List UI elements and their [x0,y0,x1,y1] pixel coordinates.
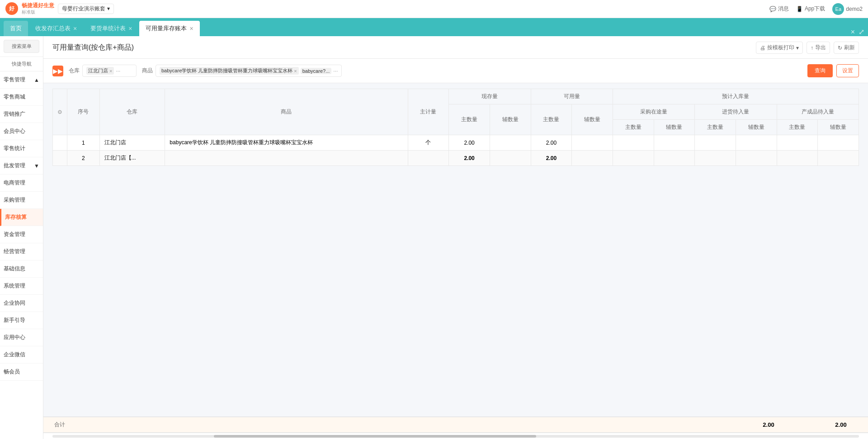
th-produce-in-main: 主数量 [777,120,818,135]
th-produce-in-aux: 辅数量 [818,120,859,135]
sidebar-item-marketing[interactable]: 营销推广 [0,106,43,123]
th-purchase-in-aux: 辅数量 [654,120,695,135]
page-header: 可用量查询(按仓库+商品) 🖨 按模板打印 ▾ ↑ 导出 ↻ 刷新 [43,36,868,59]
message-btn[interactable]: 💬 消息 [769,5,789,13]
retail-stats-label: 零售统计 [4,145,25,152]
cell-avail-main-2: 2.00 [531,151,572,166]
th-current-stock-group: 现存量 [449,89,531,104]
settings-btn[interactable]: 设置 [836,64,859,77]
scrollbar-track [52,435,859,438]
inventory-check-label: 库存核算 [5,213,27,221]
order-stats-label: 要货单统计表 [90,24,126,33]
industry-select[interactable]: 母婴行业演示账套 ▾ [58,4,114,14]
operation-mgmt-label: 经营管理 [4,248,25,255]
close-all-btn[interactable]: × [851,28,855,36]
sidebar-item-system-mgmt[interactable]: 系统管理 [0,278,43,295]
cell-current-aux-2 [490,151,531,166]
app-download-btn[interactable]: 📱 App下载 [796,5,825,13]
sidebar-item-base-info[interactable]: 基础信息 [0,260,43,278]
settings-icon[interactable]: ⚙ [57,109,62,115]
tab-home[interactable]: 首页 [4,21,28,36]
sidebar-item-retail-stats[interactable]: 零售统计 [0,140,43,157]
logo-icon: 好 [5,2,18,15]
tab-receipt-summary[interactable]: 收发存汇总表 × [29,21,83,36]
print-chevron-icon: ▾ [796,45,799,51]
chevron-down-icon: ▾ [107,5,110,12]
retail-mall-label: 零售商城 [4,93,25,101]
th-settings[interactable]: ⚙ [53,89,67,135]
sidebar-item-ecommerce-mgmt[interactable]: 电商管理 [0,175,43,192]
brand-sub: 标准版 [22,9,54,15]
cell-row-num-2: 2 [67,151,100,166]
expand-btn[interactable]: ⤢ [859,28,864,36]
sidebar-item-member[interactable]: 畅会员 [0,363,43,381]
warehouse-input[interactable]: 江北门店 × ··· [82,65,137,77]
tab-order-stats[interactable]: 要货单统计表 × [84,21,138,36]
sidebar-item-enterprise-wechat[interactable]: 企业微信 [0,346,43,363]
cell-purchase-in-aux-1 [654,135,695,151]
cell-produce-in-aux-2 [818,151,859,166]
main-layout: 搜索菜单 快捷导航 零售管理 ▲ 零售商城 营销推广 会员中心 零售统计 批发管… [0,36,868,439]
receipt-summary-label: 收发存汇总表 [35,24,71,33]
tab-close-available[interactable]: × [189,25,193,32]
base-info-label: 基础信息 [4,265,25,273]
product-input[interactable]: babycare学饮杯 儿童防摔防撞吸管杯重力球吸嘴杯宝宝水杯 × babyca… [156,65,342,77]
avatar: Ea [832,3,844,15]
tab-close-order[interactable]: × [128,25,132,32]
sidebar-item-retail-mgmt[interactable]: 零售管理 ▲ [0,71,43,89]
th-avail-main: 主数量 [531,104,572,135]
warehouse-tag-remove[interactable]: × [109,68,112,74]
warehouse-tag: 江北门店 × [86,67,114,75]
sidebar-item-enterprise-collab[interactable]: 企业协同 [0,295,43,312]
system-mgmt-label: 系统管理 [4,282,25,290]
cell-unit-1: 个 [408,135,449,151]
header-actions: 🖨 按模板打印 ▾ ↑ 导出 ↻ 刷新 [756,42,859,54]
enterprise-wechat-label: 企业微信 [4,351,25,359]
product-value1: babycare学饮杯 儿童防摔防撞吸管杯重力球吸嘴杯宝宝水杯 [161,67,292,74]
product-tag2: babycare?... [301,68,332,74]
th-warehouse: 仓库 [99,89,165,135]
sidebar-item-app-center[interactable]: 应用中心 [0,329,43,346]
th-goods-in-group: 进货待入量 [695,104,777,120]
content-area: 可用量查询(按仓库+商品) 🖨 按模板打印 ▾ ↑ 导出 ↻ 刷新 [43,36,868,439]
chevron-icon: ▲ [34,77,39,83]
quick-nav-btn[interactable]: 快捷导航 [0,57,43,71]
cell-settings-2 [53,151,67,166]
sidebar-item-new-guide[interactable]: 新手引导 [0,312,43,329]
sidebar-item-retail-mall[interactable]: 零售商城 [0,89,43,106]
sidebar-item-inventory-check[interactable]: 库存核算 [0,209,43,226]
query-btn[interactable]: 查询 [807,64,833,77]
scrollbar-thumb[interactable] [214,435,537,438]
sidebar-item-finance-mgmt[interactable]: 资金管理 [0,226,43,243]
sidebar-item-member-center[interactable]: 会员中心 [0,123,43,140]
filter-expand-btn[interactable]: ▶▶ [52,66,63,76]
horizontal-scrollbar[interactable] [43,433,868,439]
industry-label: 母婴行业演示账套 [62,5,105,13]
refresh-icon: ↻ [838,45,842,51]
search-menu-btn[interactable]: 搜索菜单 [4,40,39,53]
sidebar-item-operation-mgmt[interactable]: 经营管理 [0,243,43,260]
cell-avail-aux-1 [572,135,613,151]
export-btn[interactable]: ↑ 导出 [807,42,830,54]
marketing-label: 营销推广 [4,110,25,118]
tab-close-receipt[interactable]: × [73,25,77,32]
cell-settings [53,135,67,151]
sidebar-item-purchase-mgmt[interactable]: 采购管理 [0,192,43,209]
cell-product-2 [165,151,408,166]
warehouse-more[interactable]: ··· [116,68,120,74]
sidebar-item-wholesale-mgmt[interactable]: 批发管理 ▼ [0,157,43,175]
footer-avail-main: 2.00 [823,421,859,428]
top-bar-right: 💬 消息 📱 App下载 Ea demo2 [769,3,863,15]
nav-tabs: 首页 收发存汇总表 × 要货单统计表 × 可用量库存账本 × × ⤢ [0,18,868,36]
product-more[interactable]: ··· [333,68,338,74]
print-btn[interactable]: 🖨 按模板打印 ▾ [756,42,803,54]
refresh-btn[interactable]: ↻ 刷新 [834,42,859,54]
tab-available-stock[interactable]: 可用量库存账本 × [139,21,199,36]
user-menu[interactable]: Ea demo2 [832,3,863,15]
sidebar: 搜索菜单 快捷导航 零售管理 ▲ 零售商城 营销推广 会员中心 零售统计 批发管… [0,36,43,439]
product-tag1-remove[interactable]: × [294,68,297,74]
page-title-row: 可用量查询(按仓库+商品) 🖨 按模板打印 ▾ ↑ 导出 ↻ 刷新 [52,42,859,54]
th-unit: 主计量 [408,89,449,135]
new-guide-label: 新手引导 [4,316,25,324]
enterprise-collab-label: 企业协同 [4,299,25,307]
